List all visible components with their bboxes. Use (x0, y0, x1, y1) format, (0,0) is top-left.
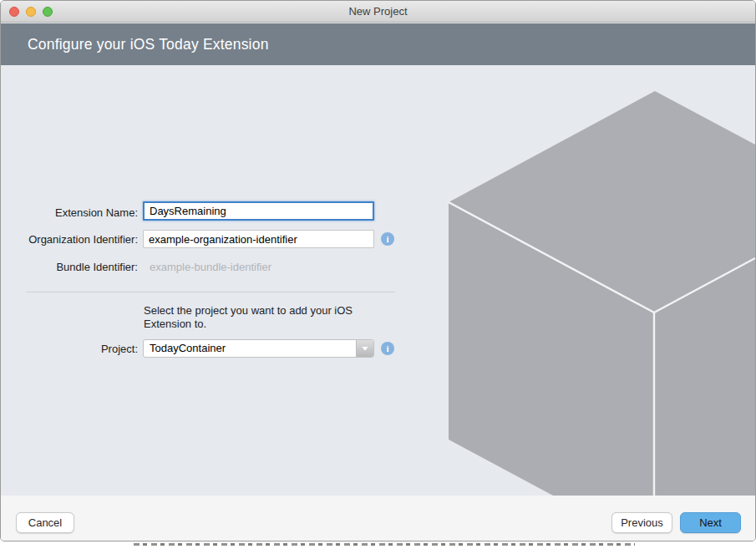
wizard-footer: Cancel Previous Next (1, 496, 755, 541)
bundle-identifier-value: example-bundle-identifier (150, 261, 271, 273)
chevron-down-icon (362, 347, 368, 351)
dropdown-button[interactable] (356, 340, 373, 357)
screen: New Project Configure your iOS Today Ext… (0, 0, 756, 549)
wizard-content: Extension Name: Organization Identifier:… (1, 65, 755, 496)
project-dropdown-value: TodayContainer (150, 340, 226, 357)
zoom-icon[interactable] (43, 7, 53, 17)
new-project-window: New Project Configure your iOS Today Ext… (0, 0, 756, 541)
page-title: Configure your iOS Today Extension (28, 23, 269, 65)
info-icon[interactable]: i (381, 232, 394, 246)
next-button[interactable]: Next (680, 512, 741, 533)
clipped-background-text (134, 543, 635, 546)
project-info-icon[interactable]: i (381, 342, 394, 355)
previous-button[interactable]: Previous (611, 512, 672, 533)
extension-name-input[interactable] (143, 201, 374, 221)
cube-graphic (0, 65, 755, 496)
project-label: Project: (13, 343, 138, 355)
close-icon[interactable] (9, 7, 19, 17)
divider (26, 292, 395, 292)
window-title: New Project (1, 1, 755, 23)
minimize-icon[interactable] (26, 7, 36, 17)
wizard-header: Configure your iOS Today Extension (1, 23, 755, 65)
background-page-strip (0, 541, 756, 549)
organization-identifier-label: Organization Identifier: (13, 233, 138, 246)
project-dropdown[interactable]: TodayContainer (143, 339, 374, 358)
title-bar[interactable]: New Project (1, 1, 755, 23)
bundle-identifier-label: Bundle Identifier: (13, 261, 138, 273)
cancel-button[interactable]: Cancel (16, 512, 74, 533)
project-help-text: Select the project you want to add your … (144, 304, 381, 331)
extension-name-label: Extension Name: (13, 206, 138, 219)
organization-identifier-input[interactable] (143, 230, 374, 248)
